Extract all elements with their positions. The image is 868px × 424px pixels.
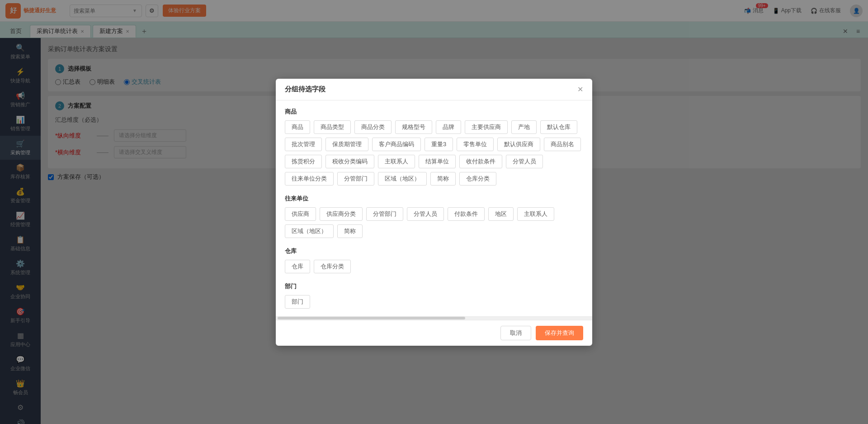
dialog-title: 分组待选字段 [285, 85, 326, 94]
field-tag[interactable]: 规格型号 [395, 120, 432, 134]
field-tag[interactable]: 仓库分类 [314, 260, 351, 273]
field-tag[interactable]: 默认供应商 [497, 138, 540, 151]
field-tag[interactable]: 保质期管理 [326, 138, 368, 151]
field-tag[interactable]: 部门 [285, 295, 310, 309]
field-tag[interactable]: 重量3 [425, 138, 453, 151]
section-partner-title: 往来单位 [285, 195, 583, 203]
field-tag[interactable]: 地区 [488, 207, 514, 221]
dialog-hscroll[interactable] [276, 316, 592, 319]
field-tag[interactable]: 结算单位 [419, 155, 456, 168]
field-tag[interactable]: 供应商 [285, 207, 316, 221]
cancel-button[interactable]: 取消 [500, 326, 531, 340]
field-tag[interactable]: 供应商分类 [320, 207, 363, 221]
field-tag[interactable]: 区域（地区） [285, 224, 334, 238]
field-tag[interactable]: 默认仓库 [540, 120, 577, 134]
field-tag[interactable]: 主联系人 [517, 207, 554, 221]
section-warehouse-title: 仓库 [285, 247, 583, 255]
warehouse-fields: 仓库 仓库分类 [285, 260, 583, 273]
dialog-body[interactable]: 商品 商品 商品类型 商品分类 规格型号 品牌 主要供应商 产地 默认仓库 批次… [276, 100, 592, 317]
field-tag[interactable]: 批次管理 [285, 138, 322, 151]
field-tag[interactable]: 零售单位 [457, 138, 494, 151]
section-dept: 部门 部门 [285, 282, 583, 309]
dialog-close-btn[interactable]: ✕ [577, 85, 583, 94]
field-tag[interactable]: 分管部门 [337, 172, 374, 186]
dept-fields: 部门 [285, 295, 583, 309]
dialog: 分组待选字段 ✕ 商品 商品 商品类型 商品分类 规格型号 品牌 主要供应商 产… [276, 79, 592, 346]
field-tag[interactable]: 分管人员 [407, 207, 444, 221]
partner-fields: 供应商 供应商分类 分管部门 分管人员 付款条件 地区 主联系人 区域（地区） … [285, 207, 583, 238]
section-product: 商品 商品 商品类型 商品分类 规格型号 品牌 主要供应商 产地 默认仓库 批次… [285, 108, 583, 186]
field-tag[interactable]: 产地 [511, 120, 537, 134]
field-tag[interactable]: 分管部门 [366, 207, 403, 221]
field-tag[interactable]: 税收分类编码 [326, 155, 374, 168]
product-fields: 商品 商品类型 商品分类 规格型号 品牌 主要供应商 产地 默认仓库 批次管理 … [285, 120, 583, 186]
field-tag[interactable]: 商品 [285, 120, 310, 134]
field-tag[interactable]: 客户商品编码 [372, 138, 421, 151]
field-tag[interactable]: 简称 [337, 224, 363, 238]
field-tag[interactable]: 分管人员 [506, 155, 543, 168]
field-tag[interactable]: 收付款条件 [459, 155, 502, 168]
dialog-footer: 取消 保存并查询 [276, 320, 592, 346]
section-product-title: 商品 [285, 108, 583, 116]
field-tag[interactable]: 品牌 [436, 120, 461, 134]
field-tag[interactable]: 商品别名 [544, 138, 581, 151]
field-tag[interactable]: 主要供应商 [465, 120, 508, 134]
field-tag[interactable]: 简称 [430, 172, 456, 186]
field-tag[interactable]: 仓库分类 [459, 172, 496, 186]
field-tag[interactable]: 主联系人 [378, 155, 415, 168]
dialog-header: 分组待选字段 ✕ [276, 79, 592, 100]
section-dept-title: 部门 [285, 282, 583, 291]
section-warehouse: 仓库 仓库 仓库分类 [285, 247, 583, 273]
confirm-button[interactable]: 保存并查询 [536, 326, 583, 340]
field-tag[interactable]: 往来单位分类 [285, 172, 334, 186]
field-tag[interactable]: 商品分类 [354, 120, 392, 134]
section-partner: 往来单位 供应商 供应商分类 分管部门 分管人员 付款条件 地区 主联系人 区域… [285, 195, 583, 238]
field-tag[interactable]: 拣货积分 [285, 155, 322, 168]
field-tag[interactable]: 商品类型 [314, 120, 351, 134]
dialog-overlay: 分组待选字段 ✕ 商品 商品 商品类型 商品分类 规格型号 品牌 主要供应商 产… [0, 0, 868, 424]
field-tag[interactable]: 仓库 [285, 260, 310, 273]
field-tag[interactable]: 区域（地区） [378, 172, 427, 186]
field-tag[interactable]: 付款条件 [448, 207, 485, 221]
